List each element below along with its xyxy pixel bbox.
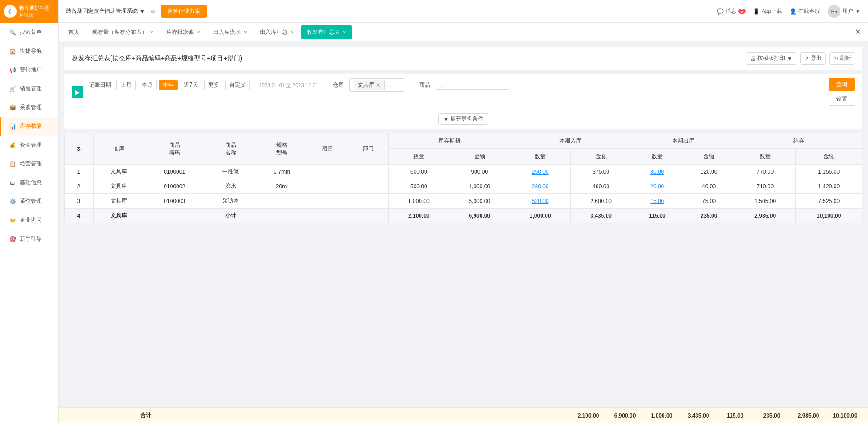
link-in_qty[interactable]: 230.00 (532, 183, 549, 190)
date-btn-this-year[interactable]: 本年 (159, 80, 178, 90)
link-out_qty[interactable]: 80.00 (650, 169, 664, 175)
link-out_qty[interactable]: 20.00 (650, 183, 664, 190)
date-btn-7days[interactable]: 近7天 (180, 80, 202, 90)
tab-close-recv-send-summary[interactable]: ✕ (343, 30, 346, 35)
sidebar-item-label-purchase: 采购管理 (20, 104, 42, 111)
th-project: 项目 (308, 133, 348, 165)
cell-out_qty[interactable]: 15.00 (631, 194, 683, 209)
cell-department (348, 209, 388, 223)
tab-inventory-dist[interactable]: 现存量（库存分布表）✕ (86, 25, 160, 39)
cell-department (348, 179, 388, 194)
system-selector[interactable]: 装备及固定资产辅助管理系统 ▼ (66, 7, 145, 15)
user-action[interactable]: Ea 用户 ▼ (828, 5, 861, 18)
total-closing-qty: 2,985.00 (790, 412, 827, 419)
link-in_qty[interactable]: 250.00 (532, 169, 549, 175)
link-in_qty[interactable]: 520.00 (532, 198, 549, 204)
cell-in_qty[interactable]: 230.00 (510, 179, 570, 194)
cell-project (308, 179, 348, 194)
cell-closing_amount: 1,155.00 (796, 165, 862, 179)
sidebar-item-corp[interactable]: 🤝企业协同 (0, 211, 58, 230)
online-service-action[interactable]: 👤 在线客服 (790, 7, 820, 15)
trial-button[interactable]: 体验行业方案 (161, 5, 207, 18)
print-label: 按模版打印 (757, 55, 785, 62)
expand-conditions-button[interactable]: ▼ 展开更多条件 (438, 113, 489, 125)
sidebar-item-label-operations: 经营管理 (20, 160, 42, 168)
date-btn-prev-month[interactable]: 上月 (116, 80, 136, 90)
cell-out_qty[interactable]: 80.00 (631, 165, 683, 179)
close-all-button[interactable]: ✕ (851, 26, 864, 38)
table-settings-th[interactable]: ⚙ (65, 133, 94, 165)
page-title: 收发存汇总表(按仓库+商品编码+商品+规格型号+项目+部门) (72, 55, 242, 63)
sidebar-item-basic-info[interactable]: 🗂基础信息 (0, 173, 58, 192)
product-filter-input[interactable]: ... (436, 81, 509, 90)
date-btn-this-month[interactable]: 本月 (138, 80, 157, 90)
cell-warehouse: 文具库 (93, 165, 144, 179)
tab-close-in-out-summary[interactable]: ✕ (290, 30, 294, 35)
print-button[interactable]: 🖨 按模版打印 ▼ (746, 52, 796, 65)
query-button[interactable]: 查询 (829, 78, 855, 91)
warehouse-tag-remove[interactable]: ✕ (376, 82, 381, 88)
user-avatar: Ea (828, 5, 840, 18)
tab-close-inventory-dist[interactable]: ✕ (150, 30, 154, 35)
table-row: 4文具库小计2,100.006,900.001,000.003,435.0011… (65, 209, 862, 223)
tab-batch-account[interactable]: 库存批次账✕ (160, 25, 206, 39)
tab-in-out-flow[interactable]: 出入库流水✕ (207, 25, 253, 39)
date-btn-more[interactable]: 更多 (204, 80, 223, 90)
sidebar: 6 畅库通好生意 标准版 🔍搜索菜单🏠快捷导航📢营销推广🛒销售管理📦采购管理📊库… (0, 0, 59, 423)
cell-product_code: 0100003 (144, 194, 205, 209)
settings-icon[interactable]: ⚙ (150, 8, 155, 15)
sidebar-item-search[interactable]: 🔍搜索菜单 (0, 23, 58, 42)
th-out-qty: 数量 (631, 149, 683, 165)
refresh-icon: ↻ (834, 55, 838, 62)
sidebar-item-sales[interactable]: 🛒销售管理 (0, 79, 58, 98)
chevron-down-icon-user: ▼ (855, 8, 861, 15)
cell-product_name: 胶水 (205, 179, 256, 194)
tab-label-inventory-dist: 现存量（库存分布表） (92, 28, 147, 36)
filter-fields: 记账日期 上月 本月 本年 近7天 更多 自定义 2023-01-01 至 20… (89, 78, 825, 92)
tab-in-out-summary[interactable]: 出入库汇总✕ (254, 25, 300, 39)
tab-close-batch-account[interactable]: ✕ (197, 30, 200, 35)
sidebar-item-operations[interactable]: 📋经营管理 (0, 154, 58, 173)
cell-opening_qty: 2,100.00 (388, 209, 449, 223)
cell-out_amount: 120.00 (683, 165, 735, 179)
tab-close-in-out-flow[interactable]: ✕ (243, 30, 247, 35)
warehouse-filter-input[interactable]: 文具库 ✕ ... (349, 78, 404, 92)
sidebar-item-system[interactable]: ⚙️系统管理 (0, 192, 58, 211)
tab-home[interactable]: 首页 (62, 25, 85, 39)
filter-toggle-icon[interactable]: ▶ (72, 86, 83, 98)
sidebar-item-quick-nav[interactable]: 🏠快捷导航 (0, 42, 58, 60)
total-bar: 合计 2,100.00 6,900.00 1,000.00 3,435.00 1… (59, 407, 868, 423)
warehouse-more-btn[interactable]: ... (387, 82, 391, 88)
product-more-btn[interactable]: ... (440, 82, 444, 88)
link-out_qty[interactable]: 15.00 (650, 198, 664, 204)
sidebar-item-marketing[interactable]: 📢营销推广 (0, 60, 58, 79)
app-download-label: App下载 (762, 7, 782, 15)
cell-in_qty[interactable]: 250.00 (510, 165, 570, 179)
top-bar-actions: 💬 消息 6 📱 App下载 👤 在线客服 Ea 用户 ▼ (717, 5, 861, 18)
cell-no: 1 (65, 165, 94, 179)
sidebar-item-inventory[interactable]: 📊库存核算 (0, 117, 58, 136)
cell-closing_amount: 10,100.00 (796, 209, 862, 223)
total-in-qty: 1,000.00 (643, 412, 680, 419)
message-action[interactable]: 💬 消息 6 (717, 7, 746, 15)
app-download-action[interactable]: 📱 App下载 (753, 7, 782, 15)
sidebar-item-label-quick-nav: 快捷导航 (20, 47, 42, 55)
settings-button[interactable]: 设置 (829, 93, 855, 106)
sidebar-item-purchase[interactable]: 📦采购管理 (0, 98, 58, 117)
cell-out_amount: 75.00 (683, 194, 735, 209)
sidebar-item-guide[interactable]: 🎯新手引导 (0, 230, 58, 248)
th-closing-qty: 数量 (735, 149, 796, 165)
th-group-in: 本期入库 (510, 133, 631, 149)
sidebar-item-finance[interactable]: 💰资金管理 (0, 136, 58, 154)
table-row: 1文具库0100001中性笔0.7mm600.00900.00250.00375… (65, 165, 862, 179)
th-group-opening: 库存期初 (388, 133, 510, 149)
cell-in_qty: 1,000.00 (510, 209, 570, 223)
cell-in_qty[interactable]: 520.00 (510, 194, 570, 209)
cell-opening_amount: 1,000.00 (449, 179, 510, 194)
tab-label-home: 首页 (68, 28, 79, 36)
tab-recv-send-summary[interactable]: 收发存汇总表✕ (301, 25, 352, 39)
export-button[interactable]: ↗ 导出 (800, 52, 826, 65)
cell-out_qty[interactable]: 20.00 (631, 179, 683, 194)
date-btn-custom[interactable]: 自定义 (225, 80, 250, 90)
refresh-button[interactable]: ↻ 刷新 (829, 52, 855, 65)
